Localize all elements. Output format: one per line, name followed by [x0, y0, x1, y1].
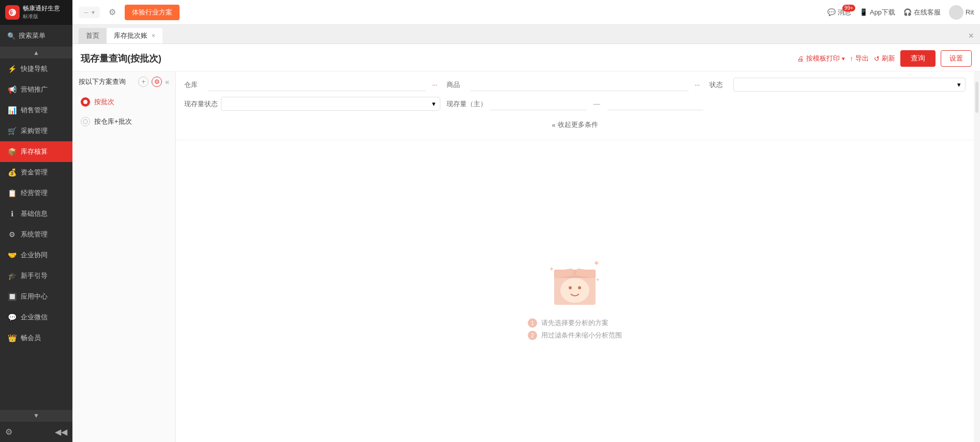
sidebar-item-finance[interactable]: 💰 资金管理	[0, 162, 72, 183]
phone-icon: 📱	[859, 8, 868, 16]
warehouse-filter-input[interactable]	[208, 79, 426, 91]
enterprise-icon: 🤝	[7, 251, 17, 260]
settings-scheme-icon[interactable]: ⚙	[152, 77, 162, 87]
scrollbar-thumb[interactable]	[975, 82, 978, 113]
sidebar-item-app-center[interactable]: 🔲 应用中心	[0, 286, 72, 307]
sidebar-item-label: 库存核算	[21, 147, 48, 156]
sidebar-item-sales[interactable]: 📊 销售管理	[0, 100, 72, 121]
trial-industry-button[interactable]: 体验行业方案	[125, 5, 180, 20]
tab-panel-close-icon[interactable]: ×	[968, 31, 974, 41]
sidebar-item-member[interactable]: 👑 畅会员	[0, 328, 72, 348]
warehouse-filter-label: 仓库	[184, 80, 205, 90]
sidebar-footer: ⚙ ◀◀	[0, 421, 72, 442]
export-button[interactable]: ↑ 导出	[850, 54, 869, 63]
inventory-icon: 📦	[7, 147, 17, 156]
sidebar-item-purchase[interactable]: 🛒 采购管理	[0, 121, 72, 141]
empty-tip-1: 1 请先选择要分析的方案	[528, 318, 622, 328]
settings-button[interactable]: 设置	[941, 50, 972, 67]
basic-info-icon: ℹ	[7, 209, 17, 218]
filter-area: 仓库 ··· 商品 ··· 状态	[176, 71, 974, 140]
collapse-up-icon: «	[552, 121, 555, 129]
empty-tip-1-text: 请先选择要分析的方案	[541, 318, 608, 328]
refresh-button[interactable]: ↺ 刷新	[874, 54, 895, 63]
goods-filter: 商品 ···	[447, 79, 703, 91]
svg-text:✦: ✦	[596, 277, 600, 283]
empty-tip-2: 2 用过滤条件来缩小分析范围	[528, 331, 622, 340]
settings-footer-icon[interactable]: ⚙	[5, 427, 12, 437]
app-title: 畅康通好生意	[23, 5, 60, 13]
topbar: ─ ▾ ⚙ 体验行业方案 💬 消息 99+ 📱 App下载 🎧 在线客服 Rit	[72, 0, 980, 25]
app-download-button[interactable]: 📱 App下载	[859, 8, 895, 17]
sidebar-item-label: 企业微信	[21, 313, 48, 322]
print-dropdown-icon[interactable]: ▾	[842, 55, 845, 62]
scheme-batch-item[interactable]: 按批次	[72, 92, 175, 112]
finance-icon: 💰	[7, 168, 17, 177]
topbar-settings-icon[interactable]: ⚙	[105, 5, 120, 20]
sidebar-item-newcomer[interactable]: 🎓 新手引导	[0, 266, 72, 286]
inventory-qty-to-input[interactable]	[607, 98, 703, 110]
app-subtitle: 标准版	[23, 13, 60, 20]
sidebar-item-label: 应用中心	[21, 292, 48, 301]
left-panel-header: 按以下方案查询 + ⚙ «	[72, 71, 175, 92]
print-template-button[interactable]: 🖨 按模板打印 ▾	[797, 54, 845, 63]
scheme-warehouse-batch-item[interactable]: 按仓库+批次	[72, 112, 175, 131]
query-button[interactable]: 查询	[900, 50, 936, 67]
sidebar-item-inventory[interactable]: 📦 库存核算	[0, 141, 72, 162]
page-content: 现存量查询(按批次) 🖨 按模板打印 ▾ ↑ 导出 ↺ 刷新 查询 设置	[72, 44, 980, 442]
message-button[interactable]: 💬 消息 99+	[827, 8, 851, 17]
export-icon: ↑	[850, 55, 854, 63]
sidebar-item-quick-nav[interactable]: ⚡ 快捷导航	[0, 58, 72, 79]
tab-home[interactable]: 首页	[79, 28, 107, 43]
svg-point-8	[569, 286, 572, 289]
sidebar: 6 畅康通好生意 标准版 🔍 搜索菜单 ▲ ⚡ 快捷导航 📢 营销推广 📊 销售…	[0, 0, 72, 442]
collapse-sidebar-icon[interactable]: ◀◀	[55, 427, 67, 437]
quick-nav-icon: ⚡	[7, 64, 17, 73]
sidebar-item-label: 系统管理	[21, 230, 48, 239]
sidebar-scroll-up[interactable]: ▲	[0, 47, 72, 58]
breadcrumb: ─ ▾	[79, 7, 100, 18]
warehouse-filter-dots[interactable]: ···	[429, 80, 440, 90]
status-dropdown[interactable]: ▾	[733, 78, 966, 92]
tab-close-icon[interactable]: ×	[152, 32, 155, 39]
sidebar-item-label: 新手引导	[21, 271, 48, 281]
inventory-status-dropdown[interactable]: ▾	[221, 97, 440, 111]
sidebar-item-label: 销售管理	[21, 106, 48, 115]
body-layout: 按以下方案查询 + ⚙ « 按批次	[72, 71, 980, 442]
inventory-status-label: 现存量状态	[184, 99, 218, 109]
collapse-left-panel-icon[interactable]: «	[165, 78, 169, 86]
page-header: 现存量查询(按批次) 🖨 按模板打印 ▾ ↑ 导出 ↺ 刷新 查询 设置	[72, 44, 980, 71]
empty-tip-2-text: 用过滤条件来缩小分析范围	[541, 331, 622, 340]
right-scrollbar	[974, 71, 980, 442]
svg-point-2	[83, 120, 87, 124]
inventory-qty-from-input[interactable]	[490, 98, 586, 110]
search-menu-label: 搜索菜单	[19, 31, 46, 40]
scheme-batch-label: 按批次	[94, 97, 114, 107]
sidebar-scroll-down[interactable]: ▼	[0, 410, 72, 421]
sidebar-item-system[interactable]: ⚙ 系统管理	[0, 224, 72, 245]
sidebar-item-label: 经营管理	[21, 188, 48, 198]
search-menu-item[interactable]: 🔍 搜索菜单	[5, 29, 67, 42]
sidebar-item-basic-info[interactable]: ℹ 基础信息	[0, 203, 72, 224]
sidebar-item-operations[interactable]: 📋 经营管理	[0, 183, 72, 203]
svg-text:✦: ✦	[549, 266, 554, 273]
search-icon: 🔍	[7, 32, 16, 40]
goods-filter-input[interactable]	[470, 79, 688, 91]
breadcrumb-arrow: ▾	[92, 9, 95, 16]
goods-filter-dots[interactable]: ···	[692, 80, 703, 90]
tab-inventory-batch[interactable]: 库存批次账 ×	[107, 28, 162, 43]
sidebar-item-enterprise[interactable]: 🤝 企业协同	[0, 245, 72, 266]
filter-row-2: 现存量状态 ▾ 现存量（主） —	[184, 97, 966, 111]
sidebar-item-label: 快捷导航	[21, 64, 48, 73]
inventory-status-arrow: ▾	[432, 100, 436, 108]
svg-point-1	[83, 100, 87, 104]
sidebar-item-wechat[interactable]: 💬 企业微信	[0, 307, 72, 328]
topbar-right: 💬 消息 99+ 📱 App下载 🎧 在线客服 Rit	[827, 5, 974, 20]
sidebar-item-marketing[interactable]: 📢 营销推广	[0, 79, 72, 100]
user-profile-button[interactable]: Rit	[949, 5, 974, 20]
warehouse-filter: 仓库 ···	[184, 79, 440, 91]
collapse-more-conditions[interactable]: « 收起更多条件	[184, 116, 966, 134]
empty-tips: 1 请先选择要分析的方案 2 用过滤条件来缩小分析范围	[528, 318, 622, 340]
sidebar-item-label: 畅会员	[21, 333, 41, 343]
add-scheme-icon[interactable]: +	[138, 77, 149, 87]
online-service-button[interactable]: 🎧 在线客服	[903, 8, 941, 17]
